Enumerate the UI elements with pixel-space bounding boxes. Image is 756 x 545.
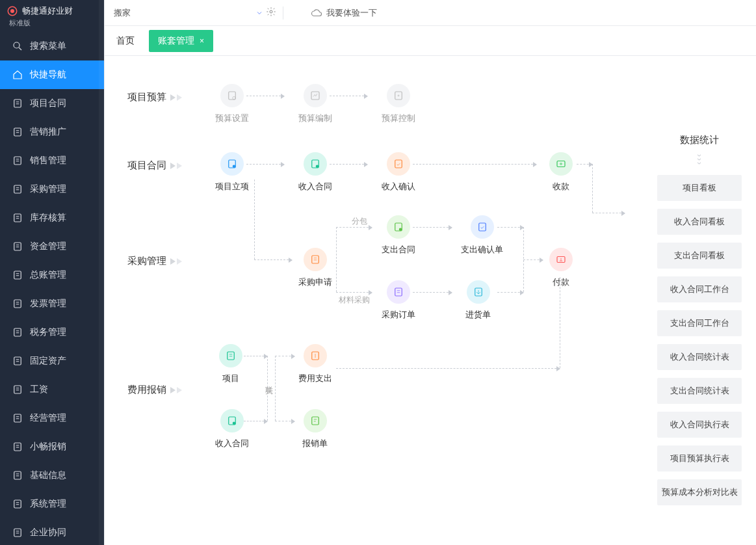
svg-point-1 [10, 9, 14, 13]
sidebar-scrollbar[interactable] [99, 0, 104, 545]
sidebar-item-7[interactable]: 资金管理 [0, 232, 104, 261]
sidebar-item-3[interactable]: 营销推广 [0, 118, 104, 146]
node-budget-set[interactable]: 预算设置 [215, 84, 249, 124]
stat-button-8[interactable]: 项目预算执行表 [657, 445, 742, 472]
svg-point-2 [14, 42, 20, 48]
sidebar-list: 搜索菜单快捷导航项目合同营销推广销售管理采购管理库存核算资金管理总账管理发票管理… [0, 32, 104, 545]
node-purchase-order[interactable]: 采购订单 [382, 280, 415, 321]
biz-icon [12, 412, 23, 424]
edition-badge: 标准版 [0, 18, 104, 32]
node-expense-out[interactable]: 费用支出 [298, 344, 332, 384]
tab-home[interactable]: 首页 [116, 35, 135, 47]
node-expend-confirm[interactable]: 支出确认单 [461, 215, 503, 256]
sidebar-item-6[interactable]: 库存核算 [0, 204, 104, 232]
svg-rect-30 [312, 256, 319, 263]
sale-icon [12, 155, 23, 166]
sidebar-item-label: 项目合同 [30, 98, 66, 109]
node-income-confirm[interactable]: 收入确认 [382, 152, 415, 193]
node-expense-form[interactable]: 报销单 [302, 409, 328, 449]
sidebar-item-label: 采购管理 [30, 183, 66, 195]
stat-button-1[interactable]: 收入合同看板 [657, 209, 742, 235]
stats-title: 数据统计 [680, 134, 719, 146]
edge [413, 292, 452, 293]
node-pay[interactable]: 付款 [549, 248, 573, 288]
chevron-down-icon [255, 9, 263, 17]
node-income-contract2[interactable]: 收入合同 [215, 409, 249, 449]
sidebar-item-17[interactable]: 企业协同 [0, 518, 104, 545]
node-goods-in[interactable]: 进货单 [465, 280, 491, 321]
section-expense: 费用报销 [127, 384, 182, 396]
node-project[interactable]: 项目 [219, 344, 242, 384]
sidebar-item-0[interactable]: 搜索菜单 [0, 32, 104, 60]
sidebar-item-14[interactable]: 小畅报销 [0, 432, 104, 461]
sidebar-item-12[interactable]: 工资 [0, 375, 104, 404]
sidebar-item-label: 总账管理 [30, 269, 66, 281]
sidebar-item-label: 经营管理 [30, 412, 66, 424]
tax-icon [12, 326, 23, 338]
edge [275, 356, 276, 421]
node-purchase-apply[interactable]: 采购申请 [298, 248, 332, 288]
stat-button-9[interactable]: 预算成本分析对比表 [657, 479, 742, 505]
node-proj-start[interactable]: 项目立项 [215, 152, 249, 193]
node-expend-contract[interactable]: 支出合同 [382, 215, 415, 256]
svg-rect-10 [14, 300, 21, 308]
svg-rect-9 [14, 271, 21, 279]
svg-rect-13 [14, 386, 21, 393]
svg-point-27 [316, 165, 319, 168]
svg-rect-4 [14, 128, 21, 136]
edge [275, 421, 294, 421]
stat-button-5[interactable]: 收入合同统计表 [657, 344, 742, 370]
sidebar-item-10[interactable]: 税务管理 [0, 318, 104, 347]
section-budget: 项目预算 [127, 91, 182, 103]
stat-button-2[interactable]: 支出合同看板 [657, 243, 742, 269]
sidebar-item-2[interactable]: 项目合同 [0, 89, 104, 118]
svg-rect-7 [14, 214, 21, 222]
close-icon[interactable]: × [200, 36, 204, 46]
sidebar-item-16[interactable]: 系统管理 [0, 490, 104, 518]
workflow-canvas: 项目预算 项目合同 采购管理 费用报销 预算设置 预算编制 预算控制 项目立项 … [105, 56, 756, 545]
stat-button-4[interactable]: 支出合同工作台 [657, 310, 742, 336]
edge [413, 164, 536, 165]
svg-rect-16 [14, 472, 21, 479]
tab-account-mgmt[interactable]: 账套管理 × [149, 30, 213, 52]
edge-label-material: 材料采购 [339, 295, 370, 306]
svg-rect-15 [14, 443, 21, 451]
edge [592, 164, 593, 213]
ledger-icon [12, 269, 23, 281]
sidebar-item-label: 税务管理 [30, 326, 66, 338]
account-selector[interactable]: 搬家 [114, 7, 263, 19]
experience-button[interactable]: 我要体验一下 [311, 7, 377, 19]
sidebar-item-9[interactable]: 发票管理 [0, 289, 104, 318]
svg-rect-18 [14, 529, 21, 537]
edge [246, 164, 284, 165]
svg-rect-20 [229, 92, 236, 100]
sidebar-item-11[interactable]: 固定资产 [0, 347, 104, 375]
sidebar-item-8[interactable]: 总账管理 [0, 261, 104, 289]
stat-button-7[interactable]: 收入合同执行表 [657, 412, 742, 438]
expense-icon [12, 441, 23, 453]
svg-rect-34 [395, 288, 402, 296]
stat-button-0[interactable]: 项目看板 [657, 175, 742, 201]
node-receive[interactable]: 收款 [549, 152, 573, 193]
node-budget-ctrl[interactable]: 预算控制 [382, 84, 415, 124]
edge [336, 292, 372, 293]
sidebar-item-5[interactable]: 采购管理 [0, 175, 104, 204]
stat-button-6[interactable]: 支出合同统计表 [657, 378, 742, 404]
cart-icon [12, 183, 23, 195]
svg-point-21 [233, 97, 236, 100]
tabs: 首页 账套管理 × [105, 26, 756, 56]
sidebar-item-4[interactable]: 销售管理 [0, 146, 104, 175]
node-budget-edit[interactable]: 预算编制 [298, 84, 332, 124]
sidebar-item-13[interactable]: 经营管理 [0, 404, 104, 432]
edge [523, 259, 543, 260]
svg-rect-8 [14, 243, 21, 250]
settings-button[interactable] [266, 7, 276, 19]
sidebar-item-15[interactable]: 基础信息 [0, 461, 104, 490]
edge [336, 227, 372, 228]
section-purchase: 采购管理 [127, 255, 182, 267]
sidebar-item-1[interactable]: 快捷导航 [0, 60, 104, 89]
node-income-contract[interactable]: 收入合同 [298, 152, 332, 193]
sidebar-item-label: 搜索菜单 [30, 40, 66, 52]
svg-point-19 [270, 10, 272, 13]
stat-button-3[interactable]: 收入合同工作台 [657, 276, 742, 302]
